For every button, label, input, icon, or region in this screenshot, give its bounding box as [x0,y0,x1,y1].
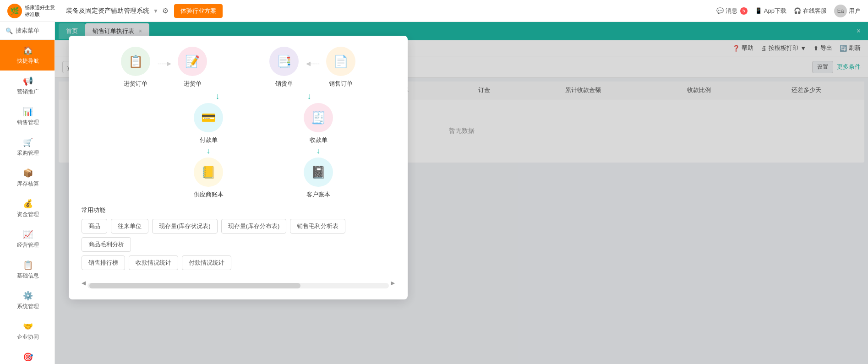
customer-ledger-circle: 📓 [304,158,333,187]
sidebar-item-newbie[interactable]: 🎯 新手引导 [0,347,55,364]
app-download-item[interactable]: 📱 App下载 [755,7,786,15]
purchase-order-circle: 📋 [121,47,150,76]
sales-order-circle: 📄 [326,47,355,76]
newbie-icon: 🎯 [23,352,33,362]
sidebar-item-sales[interactable]: 📊 销售管理 [0,101,55,132]
sidebar-item-operation[interactable]: 📈 经营管理 [0,224,55,255]
func-btn-partners[interactable]: 往来单位 [111,219,148,234]
func-btn-product-gross[interactable]: 商品毛利分析 [82,237,131,252]
receipt-bill-circle: 🧾 [304,103,333,132]
payment-bill-label: 付款单 [200,136,218,144]
sidebar-item-inventory[interactable]: 📦 库存核算 [0,163,55,193]
marketing-icon: 📢 [23,76,33,86]
sidebar: 🔍 搜索菜单 🏠 快捷导航 📢 营销推广 📊 销售管理 🛒 采购管理 📦 库存核… [0,22,55,364]
sales-icon: 📊 [23,107,33,117]
customer-ledger-label: 客户账本 [306,190,330,199]
sidebar-item-quick-nav[interactable]: 🏠 快捷导航 [0,40,55,71]
flow-node-payment-bill[interactable]: 💳 付款单 [190,103,227,144]
common-functions: 常用功能 商品 往来单位 现存量(库存状况表) 现存量(库存分布表) 销售毛利分… [82,206,395,270]
home-icon: 🏠 [23,45,33,55]
scrollbar-thumb [89,283,300,288]
modal-overlay: 📋 进货订单 - - - - - ▶ 📝 进货单 [55,22,868,364]
modal: 📋 进货订单 - - - - - ▶ 📝 进货单 [69,36,408,299]
sales-bill-label: 销货单 [275,80,293,88]
func-btn-sales-rank[interactable]: 销售排行榜 [82,255,125,270]
function-buttons: 商品 往来单位 现存量(库存状况表) 现存量(库存分布表) 销售毛利分析表 商品… [82,219,395,252]
system-title: 装备及固定资产辅助管理系统 ▼ [66,7,158,15]
function-buttons-row2: 销售排行榜 收款情况统计 付款情况统计 [82,255,395,270]
func-btn-stock-dist[interactable]: 现存量(库存分布表) [221,219,287,234]
system-icon: ⚙️ [23,291,33,301]
flow-node-purchase-order[interactable]: 📋 进货订单 [117,47,154,88]
sidebar-item-marketing[interactable]: 📢 营销推广 [0,71,55,101]
scroll-left-icon[interactable]: ◀ [82,280,86,286]
purchase-bill-circle: 📝 [178,47,207,76]
flow-node-supplier-ledger[interactable]: 📒 供应商账本 [190,158,227,199]
finance-icon: 💰 [23,199,33,209]
operation-icon: 📈 [23,229,33,239]
main-layout: 🔍 搜索菜单 🏠 快捷导航 📢 营销推广 📊 销售管理 🛒 采购管理 📦 库存核… [0,22,868,364]
flow-node-sales-order[interactable]: 📄 销售订单 [322,47,359,88]
receipt-bill-label: 收款单 [310,136,328,144]
func-btn-product[interactable]: 商品 [82,219,107,234]
search-menu-item[interactable]: 🔍 搜索菜单 [0,22,55,40]
app-icon: 📱 [755,7,762,14]
flow-node-receipt-bill[interactable]: 🧾 收款单 [300,103,337,144]
func-btn-sales-gross[interactable]: 销售毛利分析表 [290,219,345,234]
scroll-right-icon[interactable]: ▶ [391,280,395,286]
sales-order-label: 销售订单 [329,80,353,88]
flow-node-sales-bill[interactable]: 📑 销货单 [266,47,302,88]
dropdown-icon[interactable]: ▼ [153,8,158,14]
common-functions-title: 常用功能 [82,206,395,214]
content-area: 首页 销售订单执行表 × × ❓ 帮助 🖨 按模板打印 [55,22,868,364]
message-icon: 💬 [716,7,724,14]
trial-button[interactable]: 体验行业方案 [174,4,223,18]
sidebar-item-purchase[interactable]: 🛒 采购管理 [0,132,55,163]
sidebar-item-basic[interactable]: 📋 基础信息 [0,255,55,285]
logo-area: 🌿 畅康通好生意 标准版 [7,4,62,18]
top-header: 🌿 畅康通好生意 标准版 装备及固定资产辅助管理系统 ▼ ⚙ 体验行业方案 💬 … [0,0,868,22]
message-badge: 5 [740,7,748,15]
supplier-ledger-circle: 📒 [194,158,223,187]
payment-bill-circle: 💳 [194,103,223,132]
avatar: Ea [834,5,847,17]
arrow-sales-order-to-bill: ◀ - - - - - [306,60,319,67]
sidebar-item-finance[interactable]: 💰 资金管理 [0,193,55,224]
search-icon: 🔍 [5,27,13,34]
basic-icon: 📋 [23,260,33,270]
logo-text: 畅康通好生意 标准版 [25,4,55,17]
sidebar-item-system[interactable]: ⚙️ 系统管理 [0,285,55,316]
online-service-item[interactable]: 🎧 在线客服 [794,7,827,15]
settings-icon[interactable]: ⚙ [162,6,169,15]
sidebar-item-enterprise[interactable]: 🤝 企业协同 [0,316,55,347]
enterprise-icon: 🤝 [23,321,33,331]
message-item[interactable]: 💬 消息 5 [716,7,748,15]
func-btn-stock-status[interactable]: 现存量(库存状况表) [152,219,218,234]
user-item[interactable]: Ea 用户 [834,5,861,17]
flow-node-purchase-bill[interactable]: 📝 进货单 [174,47,211,88]
func-btn-payment-stats[interactable]: 付款情况统计 [182,255,231,270]
modal-scrollbar[interactable] [87,283,389,288]
inventory-icon: 📦 [23,168,33,178]
supplier-ledger-label: 供应商账本 [194,190,224,199]
header-right: 💬 消息 5 📱 App下载 🎧 在线客服 Ea 用户 [716,5,861,17]
logo-icon: 🌿 [7,4,22,18]
func-btn-receipt-stats[interactable]: 收款情况统计 [129,255,178,270]
arrow-purchase-order-to-bill: - - - - - ▶ [158,60,170,67]
sales-bill-circle: 📑 [269,47,299,76]
purchase-bill-label: 进货单 [184,80,202,88]
flow-node-customer-ledger[interactable]: 📓 客户账本 [300,158,337,199]
service-icon: 🎧 [794,7,801,14]
purchase-order-label: 进货订单 [124,80,147,88]
user-name: 用户 [849,7,861,15]
purchase-icon: 🛒 [23,137,33,147]
